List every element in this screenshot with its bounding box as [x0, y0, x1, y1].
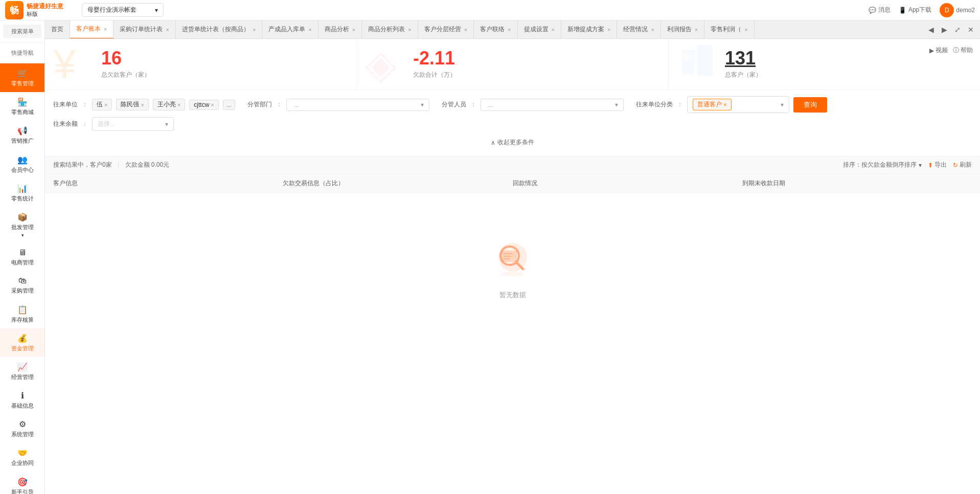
svg-rect-9 — [705, 53, 708, 56]
tab-product-analysis[interactable]: 商品分析 × — [318, 20, 362, 39]
stat-customers-content: 131 总客户（家） — [725, 49, 762, 79]
remove-tag-wangxiaoliang-button[interactable]: × — [177, 102, 180, 108]
category-select-arrow-icon: ▾ — [781, 101, 784, 108]
message-button[interactable]: 💬 消息 — [869, 6, 891, 14]
sidebar-item-purchase-mgmt[interactable]: 🛍 采购管理 — [0, 271, 44, 299]
search-button[interactable]: 查询 — [793, 97, 827, 113]
sidebar-item-marketing[interactable]: 📢 营销推广 — [0, 121, 44, 149]
sidebar-item-operations[interactable]: 📈 经营管理 — [0, 357, 44, 386]
tab-scroll-left-button[interactable]: ◀ — [925, 24, 937, 36]
expand-arrow-icon: ▾ — [21, 233, 24, 238]
stat-total-customers: 131 总客户（家） — [669, 39, 980, 89]
sort-selector[interactable]: 排序：按欠款金额倒序排序 ▾ — [843, 161, 922, 169]
sidebar-item-newbie[interactable]: 🎯 新手引导 — [0, 472, 44, 494]
brand-name: 畅捷通好生意 — [27, 3, 63, 11]
category-tag-normal-customer: 普通客户 × — [693, 99, 732, 110]
tab-product-inbound-close[interactable]: × — [308, 27, 311, 33]
remove-tag-chenminqiang-button[interactable]: × — [141, 102, 144, 108]
svg-rect-0 — [682, 50, 695, 76]
sidebar-item-basic-info[interactable]: ℹ 基础信息 — [0, 386, 44, 414]
tab-operations-overview-close[interactable]: × — [651, 27, 654, 33]
tab-reminder-settings-close[interactable]: × — [552, 27, 555, 33]
collapse-up-icon: ∧ — [491, 139, 495, 146]
col-header-due-date: 到期未收款日期 — [742, 179, 972, 188]
stat-bg-icon-yuan: ¥ — [53, 41, 76, 88]
sidebar-item-retail-mall[interactable]: 🏪 零售商城 — [0, 92, 44, 121]
tab-reminder-settings[interactable]: 提成设置 × — [518, 20, 561, 39]
person-filter-select[interactable]: ... ▾ — [481, 99, 624, 111]
filter-tag-wangxiaoliang: 王小亮 × — [153, 99, 185, 110]
tab-new-achievement-plan-close[interactable]: × — [607, 27, 610, 33]
sidebar-item-finance[interactable]: 💰 资金管理 — [0, 328, 44, 357]
tab-product-analysis-close[interactable]: × — [352, 27, 355, 33]
tab-profit-report-close[interactable]: × — [695, 27, 698, 33]
tab-customer-book[interactable]: 客户账本 × — [70, 20, 113, 39]
purchase-mgmt-icon: 🛍 — [18, 276, 27, 285]
sidebar-item-system[interactable]: ⚙ 系统管理 — [0, 414, 44, 443]
export-button[interactable]: ⬆ 导出 — [928, 161, 947, 169]
app-download-button[interactable]: 📱 App下载 — [899, 6, 931, 14]
balance-select-arrow-icon: ▾ — [165, 121, 168, 128]
tab-retail-profit-close[interactable]: × — [744, 27, 747, 33]
remove-category-tag-button[interactable]: × — [723, 101, 727, 108]
filter-more-tags-button[interactable]: ... — [223, 100, 235, 110]
col-header-debt-info: 欠款交易信息（占比） — [283, 179, 512, 188]
quick-nav-button[interactable]: 快捷导航 — [0, 46, 44, 60]
industry-selector[interactable]: 母婴行业演示帐套 ▾ — [82, 3, 164, 17]
filter-tag-wu: 伍 × — [92, 99, 112, 110]
tab-scroll-right-button[interactable]: ▶ — [938, 24, 950, 36]
stat-label-debtors: 总欠款客户（家） — [101, 71, 150, 79]
col-header-customer-info: 客户信息 — [53, 179, 283, 188]
search-menu-button[interactable]: 搜索菜单 — [3, 25, 41, 38]
stat-number-debtors: 16 — [101, 49, 150, 68]
tab-new-achievement-plan[interactable]: 新增提成方案 × — [561, 20, 617, 39]
filter-tag-chenminqiang: 陈民强 × — [116, 99, 148, 110]
tab-customer-contact[interactable]: 客户联络 × — [474, 20, 517, 39]
tab-purchase-order-stats[interactable]: 采购订单统计表 × — [113, 20, 175, 39]
sidebar-item-ecommerce[interactable]: 🖥 电商管理 — [0, 243, 44, 271]
tab-inbound-stats[interactable]: 进货单统计表（按商品） × — [176, 20, 262, 39]
tab-purchase-order-stats-close[interactable]: × — [166, 27, 169, 33]
user-profile-button[interactable]: D demo2 — [940, 3, 975, 17]
filter-area: 往来单位 ： 伍 × 陈民强 × 王小亮 × cjttcw — [45, 90, 980, 156]
company-filter-label: 往来单位 — [53, 100, 78, 109]
category-filter-select[interactable]: 普通客户 × ▾ — [687, 96, 789, 113]
sidebar-item-member-center[interactable]: 👥 会员中心 — [0, 150, 44, 178]
stat-total-debtors: ¥ 16 总欠款客户（家） — [45, 39, 357, 89]
tab-maximize-button[interactable]: ⤢ — [951, 24, 964, 36]
tab-product-inbound[interactable]: 产成品入库单 × — [262, 20, 318, 39]
main-layout: 搜索菜单 快捷导航 🛒 零售管理 🏪 零售商城 📢 营销推广 👥 会员中心 📊 … — [0, 20, 980, 494]
tab-close-all-button[interactable]: ✕ — [965, 24, 977, 36]
sidebar-item-inventory[interactable]: 📋 库存核算 — [0, 300, 44, 328]
tab-inbound-stats-close[interactable]: × — [253, 27, 256, 33]
tab-product-analysis-list-close[interactable]: × — [408, 27, 411, 33]
dept-filter-select[interactable]: ... ▾ — [286, 99, 429, 111]
stat-total-debt-amount: ◈ -2.11 欠款合计（万） — [357, 39, 669, 89]
tab-customer-contact-close[interactable]: × — [508, 27, 511, 33]
balance-filter-label: 往来余额 — [53, 120, 78, 128]
sidebar-item-retail-mgmt[interactable]: 🛒 零售管理 — [0, 63, 44, 92]
person-select-arrow-icon: ▾ — [615, 101, 618, 108]
basic-info-icon: ℹ — [21, 391, 24, 400]
tabbar: 首页 客户账本 × 采购订单统计表 × 进货单统计表（按商品） × 产成品入库单… — [45, 20, 980, 39]
tab-product-analysis-list[interactable]: 商品分析列表 × — [362, 20, 418, 39]
empty-illustration — [487, 234, 538, 285]
filter-row-2: 往来余额 ： 选择... ▾ — [53, 117, 972, 131]
topbar-right: 💬 消息 📱 App下载 D demo2 — [869, 3, 975, 17]
tab-customer-tier-close[interactable]: × — [464, 27, 467, 33]
tab-retail-profit[interactable]: 零售利润（ × — [704, 20, 754, 39]
tab-customer-tier[interactable]: 客户分层经营 × — [418, 20, 474, 39]
remove-tag-wu-button[interactable]: × — [104, 102, 107, 108]
sidebar-item-retail-stats[interactable]: 📊 零售统计 — [0, 178, 44, 207]
refresh-button[interactable]: ↻ 刷新 — [953, 161, 972, 169]
sidebar-item-batch-mgmt[interactable]: 📦 批发管理 ▾ — [0, 207, 44, 243]
tab-home[interactable]: 首页 — [45, 20, 70, 39]
collapse-filters-button[interactable]: ∧ 收起更多条件 — [53, 135, 972, 150]
balance-filter-select[interactable]: 选择... ▾ — [92, 117, 174, 131]
tab-profit-report[interactable]: 利润报告 × — [661, 20, 704, 39]
tab-operations-overview[interactable]: 经营情况 × — [617, 20, 660, 39]
remove-tag-cjttcw-button[interactable]: × — [211, 102, 214, 108]
sidebar-item-corp-coop[interactable]: 🤝 企业协同 — [0, 443, 44, 471]
result-bar: 搜索结果中，客户0家 | 欠款金额 0.00元 排序：按欠款金额倒序排序 ▾ ⬆… — [45, 156, 980, 174]
tab-customer-book-close[interactable]: × — [104, 26, 107, 32]
